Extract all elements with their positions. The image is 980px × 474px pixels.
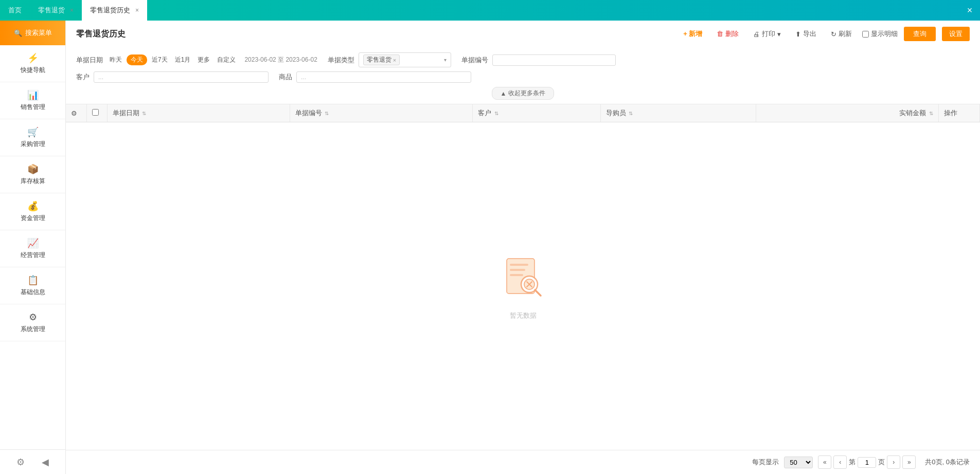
- search-icon: 🔍: [14, 29, 22, 37]
- sidebar-item-quick-nav[interactable]: ⚡ 快捷导航: [0, 45, 65, 82]
- collapse-sidebar-icon[interactable]: ◀: [42, 457, 49, 468]
- tab-home-label: 首页: [8, 6, 22, 15]
- page-number-input[interactable]: [858, 457, 876, 468]
- tab-retail-return-close[interactable]: ×: [70, 7, 74, 14]
- window-close-button[interactable]: ×: [959, 0, 980, 21]
- doctype-filter-select[interactable]: 零售退货 × ▾: [359, 52, 451, 67]
- settings-icon[interactable]: ⚙: [16, 457, 25, 468]
- doc-date-sort-icon: ⇅: [142, 111, 146, 116]
- customer-sort-icon: ⇅: [494, 111, 498, 116]
- setting-button[interactable]: 设置: [942, 27, 970, 41]
- amount-sort-icon: ⇅: [929, 111, 933, 116]
- tab-home[interactable]: 首页: [0, 0, 30, 21]
- refresh-label: 刷新: [839, 29, 852, 39]
- filter-goods-item: 商品 ...: [279, 71, 471, 83]
- content-area: 零售退货历史 + 新增 🗑 删除 🖨 打印 ▾ ⬆ 导出 ↻: [66, 21, 980, 474]
- doctype-arrow-icon: ▾: [444, 57, 447, 63]
- date-btn-yesterday[interactable]: 昨天: [107, 54, 124, 65]
- filter-row-1: 单据日期 昨天 今天 近7天 近1月 更多 自定义 2023-06-02 至 2…: [76, 52, 970, 67]
- customer-placeholder: ...: [98, 74, 103, 81]
- tab-retail-return-label: 零售退货: [38, 6, 65, 15]
- tab-retail-return-history-close[interactable]: ×: [135, 7, 139, 14]
- date-btn-7days[interactable]: 近7天: [149, 54, 170, 65]
- page-last-button[interactable]: »: [902, 455, 916, 469]
- select-all-checkbox[interactable]: [92, 109, 99, 116]
- filter-date-item: 单据日期 昨天 今天 近7天 近1月 更多 自定义 2023-06-02 至 2…: [76, 54, 317, 65]
- tab-retail-return-history[interactable]: 零售退货历史 ×: [82, 0, 147, 21]
- th-action: 操作: [939, 104, 980, 122]
- show-detail-label: 显示明细: [871, 29, 898, 39]
- print-icon: 🖨: [753, 30, 760, 38]
- pagination-nav: « ‹ 第 页 › »: [818, 455, 916, 469]
- sidebar-search-label: 搜索菜单: [25, 28, 52, 38]
- date-btn-custom[interactable]: 自定义: [215, 54, 238, 65]
- th-doc-date[interactable]: 单据日期 ⇅: [107, 104, 290, 122]
- toolbar-actions: + 新增 🗑 删除 🖨 打印 ▾ ⬆ 导出 ↻ 刷新: [679, 27, 970, 41]
- page-prev-button[interactable]: ‹: [833, 455, 847, 469]
- show-detail-checkbox-label[interactable]: 显示明细: [862, 29, 898, 39]
- print-button[interactable]: 🖨 打印 ▾: [749, 27, 785, 41]
- new-button[interactable]: + 新增: [679, 27, 706, 41]
- sidebar-search[interactable]: 🔍 搜索菜单: [0, 21, 65, 45]
- th-doc-no-label: 单据编号: [295, 109, 322, 117]
- empty-state-icon: [497, 252, 549, 304]
- collapse-icon: ▲: [501, 90, 507, 97]
- svg-rect-3: [510, 274, 523, 276]
- th-amount[interactable]: 实销金额 ⇅: [756, 104, 938, 122]
- sidebar-item-purchase-mgmt[interactable]: 🛒 采购管理: [0, 119, 65, 156]
- goods-filter-select[interactable]: ...: [296, 71, 471, 83]
- page-first-button[interactable]: «: [818, 455, 831, 469]
- date-btn-today[interactable]: 今天: [127, 54, 147, 65]
- tab-retail-return[interactable]: 零售退货 ×: [30, 0, 82, 21]
- date-range-text: 2023-06-02 至 2023-06-02: [244, 56, 317, 64]
- query-button[interactable]: 查询: [904, 27, 936, 41]
- sidebar-item-finance-mgmt[interactable]: 💰 资金管理: [0, 193, 65, 230]
- svg-rect-2: [510, 269, 525, 271]
- collapse-button[interactable]: ▲ 收起更多条件: [492, 87, 555, 100]
- doc-no-sort-icon: ⇅: [325, 111, 329, 116]
- system-mgmt-icon: ⚙: [29, 312, 37, 323]
- docno-filter-input[interactable]: [492, 54, 616, 66]
- filter-doctype-item: 单据类型 零售退货 × ▾: [328, 52, 451, 67]
- th-customer[interactable]: 客户 ⇅: [473, 104, 601, 122]
- collapse-btn-wrap: ▲ 收起更多条件: [76, 87, 970, 100]
- sidebar-item-finance-mgmt-label: 资金管理: [21, 214, 45, 223]
- page-next-button[interactable]: ›: [887, 455, 900, 469]
- print-label: 打印: [762, 29, 775, 39]
- page-size-select[interactable]: 10 20 50 100: [784, 457, 813, 468]
- page-size-label: 每页显示: [752, 458, 779, 467]
- refresh-icon: ↻: [831, 30, 836, 38]
- sidebar-item-system-mgmt[interactable]: ⚙ 系统管理: [0, 304, 65, 341]
- sidebar-menu: ⚡ 快捷导航 📊 销售管理 🛒 采购管理 📦 库存核算 💰 资金管理 📈: [0, 45, 65, 449]
- th-doc-no[interactable]: 单据编号 ⇅: [290, 104, 472, 122]
- th-action-label: 操作: [944, 109, 957, 117]
- date-btn-more[interactable]: 更多: [195, 54, 212, 65]
- th-doc-date-label: 单据日期: [113, 109, 139, 117]
- export-button[interactable]: ⬆ 导出: [791, 27, 821, 41]
- th-guide[interactable]: 导购员 ⇅: [600, 104, 756, 122]
- operation-mgmt-icon: 📈: [27, 238, 39, 249]
- pagination-bar: 每页显示 10 20 50 100 « ‹ 第 页 › » 共0页, 0条记录: [66, 450, 980, 474]
- purchase-mgmt-icon: 🛒: [27, 126, 39, 138]
- sidebar-item-basic-info[interactable]: 📋 基础信息: [0, 267, 65, 304]
- delete-button[interactable]: 🗑 删除: [712, 27, 743, 41]
- data-table: ⚙ 单据日期 ⇅ 单据编号 ⇅: [66, 104, 980, 122]
- customer-filter-select[interactable]: ...: [94, 71, 269, 83]
- filter-area: 单据日期 昨天 今天 近7天 近1月 更多 自定义 2023-06-02 至 2…: [76, 47, 970, 104]
- sidebar-item-operation-mgmt[interactable]: 📈 经营管理: [0, 230, 65, 267]
- collapse-label: 收起更多条件: [508, 89, 545, 98]
- doctype-tag-text: 零售退货: [367, 56, 391, 64]
- page-header: 零售退货历史 + 新增 🗑 删除 🖨 打印 ▾ ⬆ 导出 ↻: [66, 21, 980, 104]
- sidebar-item-inventory-calc[interactable]: 📦 库存核算: [0, 156, 65, 193]
- sidebar-footer: ⚙ ◀: [0, 449, 65, 474]
- th-checkbox[interactable]: [86, 104, 107, 122]
- sidebar-item-quick-nav-label: 快捷导航: [21, 66, 45, 75]
- date-btn-1month[interactable]: 近1月: [172, 54, 193, 65]
- tab-bar: 首页 零售退货 × 零售退货历史 ×: [0, 0, 959, 21]
- refresh-button[interactable]: ↻ 刷新: [827, 27, 856, 41]
- show-detail-checkbox[interactable]: [862, 31, 869, 38]
- column-settings-icon[interactable]: ⚙: [71, 110, 77, 117]
- th-settings[interactable]: ⚙: [66, 104, 86, 122]
- sidebar-item-sales-mgmt[interactable]: 📊 销售管理: [0, 82, 65, 119]
- doctype-tag-close[interactable]: ×: [393, 57, 396, 63]
